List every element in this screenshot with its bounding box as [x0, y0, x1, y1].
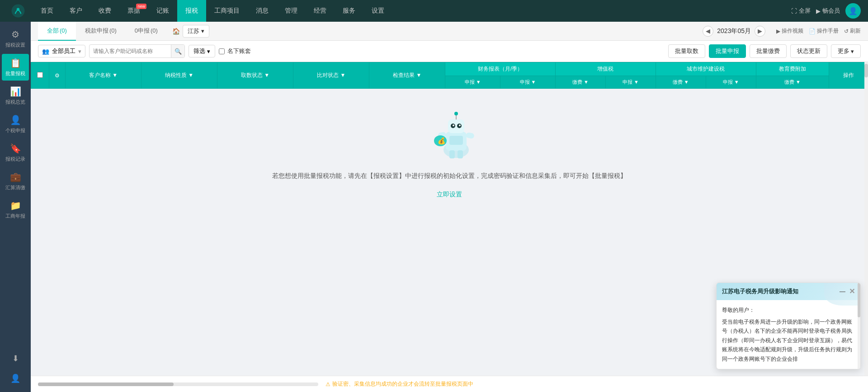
sidebar-item-tax-settings[interactable]: ⚙ 报税设置 [2, 25, 29, 52]
notification-panel: 江苏电子税务局升级影响通知 — ✕ 尊敬的用户： 受当前电子税务局进一步升级的影… [716, 282, 861, 369]
current-date: 2023年05月 [717, 27, 751, 35]
empty-state: 💰 若您想使用批量报税功能，请先在【报税设置】中进行报税的初始化设置，完成密码验… [31, 89, 868, 217]
th-edu-declare: 申报 ▼ [706, 76, 756, 89]
th-financial-report: 财务报表（月/季） [445, 62, 556, 76]
sidebar-item-settlement[interactable]: 💼 汇算清缴 [2, 168, 29, 195]
th-fetch-status: 取数状态 ▼ [217, 62, 293, 89]
nav-message[interactable]: 消息 [248, 0, 277, 22]
avatar[interactable]: 👤 [845, 3, 861, 19]
notification-body: 尊敬的用户： 受当前电子税务局进一步升级的影响，同一个政务网账号（办税人）名下的… [717, 300, 860, 369]
th-tax-type: 纳税性质 ▼ [142, 62, 217, 89]
tabs-bar: 全部(0) 税款申报(0) 0申报(0) 🏠 江苏 ▾ ◀ 2023年05月 ▶ [31, 22, 868, 41]
logo[interactable] [7, 0, 29, 22]
th-city-pay: 缴费 ▼ [656, 76, 706, 89]
svg-rect-16 [449, 150, 455, 158]
vip-btn[interactable]: ▶ 畅会员 [816, 7, 840, 15]
th-vat: 增值税 [555, 62, 656, 76]
fullscreen-btn[interactable]: ⛶ 全屏 [791, 7, 811, 15]
tab-right-actions: ▶ 操作视频 📄 操作手册 ↺ 刷新 [776, 27, 861, 35]
sidebar-item-tax-records[interactable]: 🔖 报税记录 [2, 139, 29, 166]
th-operation: 操作 [829, 62, 868, 89]
sidebar-item-tax-overview[interactable]: 📊 报税总览 [2, 82, 29, 109]
setup-link[interactable]: 立即设置 [437, 191, 462, 199]
sidebar: ⚙ 报税设置 📋 批量报税 📊 报税总览 👤 个税申报 🔖 报税记录 💼 汇算清… [0, 22, 31, 392]
th-settings[interactable]: ⚙ [49, 62, 66, 89]
select-all-checkbox[interactable] [37, 72, 43, 78]
nav-billing[interactable]: 收费 [90, 0, 119, 22]
nav-manage[interactable]: 管理 [277, 0, 306, 22]
warning-icon: ⚠ [326, 381, 330, 387]
th-vat-declare: 申报 ▼ [500, 76, 556, 89]
th-checkbox[interactable] [31, 62, 49, 89]
batch-declare-button[interactable]: 批量申报 [709, 44, 746, 58]
nav-settings[interactable]: 设置 [363, 0, 392, 22]
status-update-button[interactable]: 状态更新 [790, 44, 827, 58]
top-nav-right: ⛶ 全屏 ▶ 畅会员 👤 [791, 3, 861, 19]
download-icon[interactable]: ⬇ [7, 350, 24, 367]
batch-tax-icon: 📋 [10, 57, 21, 68]
nav-customer[interactable]: 客户 [61, 0, 90, 22]
svg-rect-11 [449, 136, 463, 145]
nav-invoice[interactable]: 票据 new [119, 0, 148, 22]
search-wrap: 🔍 [89, 44, 185, 58]
dropdown-icon: ▾ [78, 48, 81, 55]
accounts-checkbox[interactable] [219, 48, 225, 54]
more-chevron-icon: ▾ [851, 48, 854, 55]
prev-month-btn[interactable]: ◀ [703, 26, 713, 37]
user-profile-icon[interactable]: 👤 [7, 370, 24, 387]
notification-minimize-btn[interactable]: — [840, 288, 845, 295]
doc-icon: 📄 [809, 28, 816, 34]
more-button[interactable]: 更多 ▾ [831, 44, 861, 58]
svg-rect-4 [448, 120, 464, 133]
sidebar-item-batch-tax[interactable]: 📋 批量报税 [2, 54, 29, 81]
svg-rect-17 [458, 150, 463, 158]
tab-zero-declaration[interactable]: 0申报(0) [126, 22, 167, 41]
chevron-down-icon: ▾ [201, 28, 204, 34]
nav-tax[interactable]: 报税 [177, 0, 206, 22]
notification-body-text: 受当前电子税务局进一步升级的影响，同一个政务网账号（办税人）名下的企业不能再同时… [722, 317, 855, 363]
svg-point-8 [459, 124, 461, 126]
warning-text: ⚠ 验证密、采集信息均成功的企业才会流转至批量报税页面中 [326, 380, 473, 388]
next-month-btn[interactable]: ▶ [755, 26, 765, 37]
employee-selector[interactable]: 👥 全部员工 ▾ [38, 45, 85, 57]
table-scrollbar[interactable] [864, 62, 868, 376]
tax-settings-icon: ⚙ [11, 29, 19, 40]
nav-home[interactable]: 首页 [33, 0, 61, 22]
refresh-btn[interactable]: ↺ 刷新 [844, 27, 861, 35]
batch-fetch-button[interactable]: 批量取数 [668, 44, 705, 58]
sidebar-item-annual-report[interactable]: 📁 工商年报 [2, 196, 29, 223]
search-input[interactable] [90, 46, 171, 56]
nav-operation[interactable]: 经营 [306, 0, 335, 22]
play-icon: ▶ [776, 28, 780, 34]
video-tutorial-btn[interactable]: ▶ 操作视频 [776, 27, 803, 35]
nav-accounting[interactable]: 记账 [148, 0, 177, 22]
tab-tax-declaration[interactable]: 税款申报(0) [76, 22, 126, 41]
th-edu-tax: 教育费附加 [756, 62, 829, 76]
sidebar-item-personal-tax[interactable]: 👤 个税申报 [2, 111, 29, 138]
nav-business[interactable]: 工商项目 [206, 0, 248, 22]
top-navigation: 首页 客户 收费 票据 new 记账 报税 工商项目 消息 管理 经营 服务 设… [0, 0, 868, 22]
nav-service[interactable]: 服务 [335, 0, 363, 22]
filter-chevron-icon: ▾ [207, 48, 210, 55]
search-button[interactable]: 🔍 [171, 45, 184, 57]
th-financial-declare: 申报 ▼ [445, 76, 500, 89]
settlement-icon: 💼 [10, 172, 21, 182]
notification-title: 江苏电子税务局升级影响通知 [722, 287, 798, 296]
tab-all[interactable]: 全部(0) [38, 22, 76, 41]
accounts-checkbox-label[interactable]: 名下账套 [219, 47, 251, 55]
region-selector[interactable]: 江苏 ▾ [183, 25, 209, 38]
horizontal-scrollbar[interactable] [38, 382, 318, 386]
manual-btn[interactable]: 📄 操作手册 [809, 27, 839, 35]
svg-point-7 [453, 124, 454, 126]
th-city-declare: 申报 ▼ [605, 76, 656, 89]
toolbar-right: 批量取数 批量申报 批量缴费 状态更新 更多 ▾ [668, 44, 861, 58]
notification-scrollbar[interactable] [858, 283, 860, 369]
batch-pay-button[interactable]: 批量缴费 [750, 44, 787, 58]
svg-rect-13 [466, 132, 475, 139]
horizontal-scrollbar-thumb [38, 382, 174, 386]
date-navigation: ◀ 2023年05月 ▶ [703, 26, 765, 37]
th-edu-pay: 缴费 ▼ [756, 76, 829, 89]
notification-close-btn[interactable]: ✕ [849, 288, 855, 295]
filter-button[interactable]: 筛选 ▾ [189, 45, 215, 57]
th-client-name: 客户名称 ▼ [66, 62, 142, 89]
